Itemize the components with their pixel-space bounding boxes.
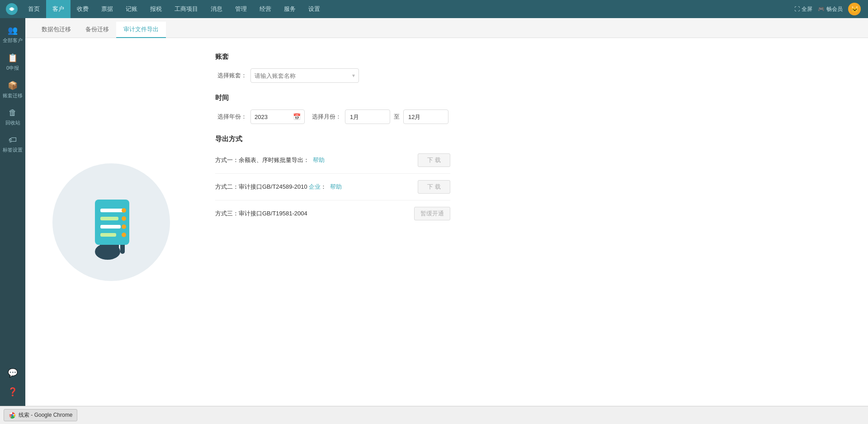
fullscreen-icon: ⛶: [794, 6, 800, 12]
avatar[interactable]: 🐱: [848, 3, 861, 15]
svg-point-15: [122, 233, 126, 237]
svg-rect-10: [100, 225, 121, 229]
tag-settings-icon: 🏷: [9, 135, 17, 145]
svg-rect-8: [100, 209, 123, 212]
export-method-1: 方式一：余额表、序时账批量导出： 帮助 下 载: [215, 147, 450, 174]
download-btn-1[interactable]: 下 载: [418, 153, 450, 167]
vip-btn[interactable]: 🎮 畅会员: [818, 5, 843, 13]
sidebar-item-label: 0申报: [6, 65, 19, 71]
nav-item-operation[interactable]: 经营: [253, 0, 278, 18]
account-migrate-icon: 📦: [8, 81, 18, 91]
tab-data-package[interactable]: 数据包迁移: [34, 22, 78, 38]
help-icon: ❓: [8, 387, 18, 397]
month-start-select[interactable]: 1月2月3月4月 5月6月7月8月 9月10月11月12月: [345, 110, 390, 124]
sidebar-bottom: 💬 ❓: [1, 364, 24, 406]
account-select-wrapper[interactable]: ▾: [250, 68, 359, 83]
logo: [4, 1, 20, 17]
taskbar-label: 线索 - Google Chrome: [19, 411, 72, 419]
nav-item-client[interactable]: 客户: [46, 0, 71, 18]
export-section-title: 导出方式: [215, 135, 850, 143]
nav-item-bookkeeping[interactable]: 记账: [119, 0, 144, 18]
export-method-1-help[interactable]: 帮助: [313, 157, 325, 163]
sidebar-item-help[interactable]: ❓: [1, 383, 24, 400]
tab-audit-export[interactable]: 审计文件导出: [116, 22, 166, 38]
account-section-title: 账套: [215, 52, 850, 61]
page-content: 账套 选择账套： ▾ 时间 选择年份： 📅 选择月份：: [25, 38, 868, 406]
account-input[interactable]: [255, 72, 352, 79]
vip-icon: 🎮: [818, 6, 825, 12]
sidebar-item-label: 回收站: [5, 119, 20, 126]
sidebar-item-label: 标签设置: [3, 147, 23, 153]
sidebar-item-all-clients[interactable]: 👥 全部客户: [1, 22, 24, 48]
year-label: 选择年份：: [215, 113, 247, 121]
month-end-select[interactable]: 1月2月3月4月 5月6月7月8月 9月10月11月12月: [403, 110, 448, 124]
svg-point-14: [122, 224, 126, 229]
top-nav: 首页 客户 收费 票据 记账 报税 工商项目 消息 管理 经营 服务 设置 ⛶ …: [0, 0, 868, 18]
nav-item-settings[interactable]: 设置: [302, 0, 326, 18]
nav-item-biz[interactable]: 工商项目: [168, 0, 204, 18]
chrome-icon: [9, 412, 16, 419]
month-start-label: 选择月份：: [312, 113, 341, 121]
top-nav-right: ⛶ 全屏 🎮 畅会员 🐱: [794, 3, 868, 15]
time-section-title: 时间: [215, 94, 850, 102]
illustration-panel: [25, 38, 197, 406]
sidebar-item-tag-settings[interactable]: 🏷 标签设置: [1, 132, 24, 157]
content-area: 数据包迁移 备份迁移 审计文件导出: [25, 18, 868, 406]
calendar-icon: 📅: [293, 113, 301, 120]
export-method-3-desc: 方式三：审计接口GB/T19581-2004: [215, 210, 307, 218]
vip-label: 畅会员: [826, 5, 843, 13]
chat-icon: 💬: [8, 368, 18, 378]
sidebar-item-label: 账套迁移: [3, 92, 23, 99]
export-method-2-label: 方式二：审计接口GB/T24589-2010: [215, 183, 307, 190]
all-clients-icon: 👥: [8, 25, 18, 35]
year-input-wrapper[interactable]: 📅: [250, 110, 305, 124]
tabs-bar: 数据包迁移 备份迁移 审计文件导出: [25, 18, 868, 38]
export-method-3-label: 方式三：审计接口GB/T19581-2004: [215, 210, 307, 217]
account-dropdown-icon: ▾: [352, 72, 355, 79]
export-section: 导出方式 方式一：余额表、序时账批量导出： 帮助 下 载 方式二：审计接口GB/…: [215, 135, 850, 227]
account-select-row: 选择账套： ▾: [215, 68, 850, 83]
download-btn-2[interactable]: 下 载: [418, 180, 450, 194]
nav-item-service[interactable]: 服务: [278, 0, 302, 18]
nav-item-home[interactable]: 首页: [22, 0, 46, 18]
fullscreen-btn[interactable]: ⛶ 全屏: [794, 5, 812, 13]
sidebar-item-recycle[interactable]: 🗑 回收站: [1, 105, 24, 130]
nav-item-invoice[interactable]: 票据: [95, 0, 119, 18]
svg-rect-11: [100, 233, 116, 237]
vip-btn-3[interactable]: 暂缓开通: [414, 207, 450, 220]
month-end-wrapper: 1月2月3月4月 5月6月7月8月 9月10月11月12月: [403, 110, 448, 124]
sidebar-item-zero-declare[interactable]: 📋 0申报: [1, 49, 24, 75]
export-method-1-label: 方式一：余额表、序时账批量导出：: [215, 157, 309, 163]
sidebar-item-label: 全部客户: [3, 37, 23, 44]
illustration-svg: [75, 181, 147, 263]
svg-point-12: [122, 208, 126, 213]
export-method-2-company[interactable]: 企业: [309, 183, 321, 190]
illustration-circle: [52, 163, 170, 281]
recycle-icon: 🗑: [9, 108, 17, 118]
time-separator: 至: [394, 113, 400, 121]
sidebar: 👥 全部客户 📋 0申报 📦 账套迁移 🗑 回收站 🏷 标签设置 💬 ❓: [0, 18, 25, 406]
taskbar: 线索 - Google Chrome: [0, 406, 868, 424]
nav-items: 首页 客户 收费 票据 记账 报税 工商项目 消息 管理 经营 服务 设置: [22, 0, 794, 18]
export-method-2-help[interactable]: 帮助: [330, 183, 342, 190]
svg-rect-7: [95, 200, 129, 245]
nav-item-tax[interactable]: 报税: [144, 0, 168, 18]
sidebar-item-chat[interactable]: 💬: [1, 364, 24, 381]
export-method-2: 方式二：审计接口GB/T24589-2010 企业： 帮助 下 载: [215, 174, 450, 200]
year-input[interactable]: [255, 114, 293, 120]
fullscreen-label: 全屏: [802, 5, 812, 13]
export-method-3: 方式三：审计接口GB/T19581-2004 暂缓开通: [215, 200, 450, 227]
taskbar-chrome[interactable]: 线索 - Google Chrome: [4, 409, 77, 421]
form-panel: 账套 选择账套： ▾ 时间 选择年份： 📅 选择月份：: [197, 38, 868, 406]
month-start-wrapper: 1月2月3月4月 5月6月7月8月 9月10月11月12月: [345, 110, 390, 124]
tab-backup[interactable]: 备份迁移: [78, 22, 116, 38]
sidebar-item-account-migrate[interactable]: 📦 账套迁移: [1, 77, 24, 103]
export-method-1-desc: 方式一：余额表、序时账批量导出： 帮助: [215, 156, 325, 164]
nav-item-message[interactable]: 消息: [204, 0, 229, 18]
svg-point-1: [10, 8, 13, 10]
time-row: 选择年份： 📅 选择月份： 1月2月3月4月 5月6月7月8月 9月10月11月…: [215, 110, 850, 124]
nav-item-fee[interactable]: 收费: [71, 0, 95, 18]
svg-rect-9: [100, 217, 118, 220]
nav-item-manage[interactable]: 管理: [229, 0, 253, 18]
main-layout: 👥 全部客户 📋 0申报 📦 账套迁移 🗑 回收站 🏷 标签设置 💬 ❓: [0, 18, 868, 406]
